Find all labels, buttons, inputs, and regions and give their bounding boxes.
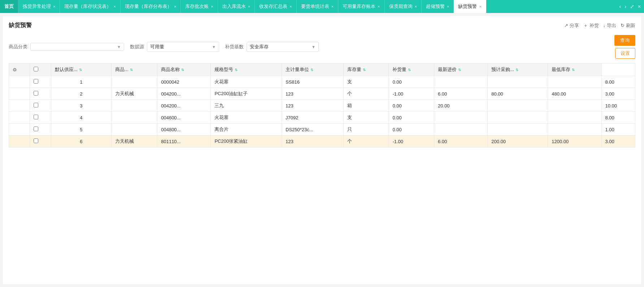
cell-checkbox[interactable]: [30, 88, 51, 100]
th-min_stock[interactable]: 最低库存⇅: [548, 63, 601, 76]
cell-replenish_qty: [434, 76, 487, 88]
filter-row: 商品分类 ▼ 数据源 可用量 ▼ 补货基数 安全库存 ▼ 查询 设置: [9, 35, 635, 59]
cell-replenish_qty: [434, 124, 487, 136]
tab-next-icon[interactable]: ›: [623, 0, 628, 13]
tab-缺货预警[interactable]: 缺货预警×: [454, 0, 486, 13]
share-button[interactable]: ↗ 分享: [564, 22, 579, 29]
row-checkbox[interactable]: [34, 91, 38, 96]
cell-stock: -1.00: [389, 136, 434, 147]
cell-latest_price: [488, 124, 548, 136]
tab-closeall-icon[interactable]: ×: [636, 0, 643, 13]
tab-close-icon[interactable]: ×: [415, 4, 417, 9]
category-label: 商品分类: [9, 44, 27, 50]
gear-icon[interactable]: ⚙: [13, 67, 17, 72]
cell-checkbox[interactable]: [30, 124, 51, 136]
tab-收发存汇总表[interactable]: 收发存汇总表×: [255, 0, 296, 13]
cell-gear: [9, 124, 30, 136]
tab-close-icon[interactable]: ×: [331, 4, 334, 9]
tab-出入库流水[interactable]: 出入库流水×: [218, 0, 255, 13]
cell-gear: [9, 100, 30, 112]
th-product_code[interactable]: 商品...⇅: [111, 63, 157, 76]
row-checkbox[interactable]: [34, 103, 38, 107]
table-row: 6力天机械801110...PC200张紧油缸123个-1.006.00200.…: [9, 136, 635, 147]
data-table: ⚙默认供应...⇅商品...⇅商品名称⇅规格型号⇅主计量单位⇅库存量⇅补货量⇅最…: [9, 63, 635, 147]
th-unit[interactable]: 主计量单位⇅: [282, 63, 344, 76]
th-stock[interactable]: 库存量⇅: [343, 63, 389, 76]
main-content: 缺货预警 ↗ 分享 ＋ 补货 ↓ 导出 ↻ 刷新 商品分类: [3, 16, 641, 284]
row-checkbox[interactable]: [34, 115, 38, 119]
header-actions: ↗ 分享 ＋ 补货 ↓ 导出 ↻ 刷新: [564, 22, 636, 29]
cell-checkbox[interactable]: [30, 100, 51, 112]
row-checkbox[interactable]: [34, 138, 38, 143]
tab-close-icon[interactable]: ×: [248, 4, 250, 9]
tab-close-icon[interactable]: ×: [113, 4, 116, 9]
th-estimated_purchase[interactable]: 预计采购...⇅: [488, 63, 548, 76]
tab-要货单统计表[interactable]: 要货单统计表×: [297, 0, 338, 13]
cell-default_supplier: [111, 124, 157, 136]
cell-estimated_purchase: 480.00: [548, 88, 601, 100]
sort-icon-estimated_purchase: ⇅: [515, 68, 518, 72]
tab-现存量（库存状况表）[interactable]: 现存量（库存状况表）×: [60, 0, 120, 13]
sort-icon-default_supplier: ⇅: [79, 68, 82, 72]
cell-stock: -1.00: [389, 88, 434, 100]
tab-现存量（库存分布表）[interactable]: 现存量（库存分布表）×: [121, 0, 181, 13]
tab-close-icon[interactable]: ×: [211, 4, 213, 9]
tab-首页[interactable]: 首页: [0, 0, 18, 13]
tab-拣货异常处理[interactable]: 拣货异常处理×: [18, 0, 60, 13]
row-checkbox[interactable]: [34, 79, 38, 84]
row-checkbox[interactable]: [34, 127, 38, 131]
cell-unit: 支: [343, 112, 389, 124]
cell-estimated_purchase: [548, 76, 601, 88]
cell-gear: [9, 112, 30, 124]
cell-latest_price: 80.00: [488, 88, 548, 100]
tab-close-icon[interactable]: ×: [479, 4, 481, 9]
cell-latest_price: [488, 100, 548, 112]
cell-estimated_purchase: [548, 124, 601, 136]
col-label-estimated_purchase: 预计采购...: [491, 66, 514, 73]
tab-保质期查询[interactable]: 保质期查询×: [385, 0, 422, 13]
datasource-select[interactable]: 可用量 ▼: [147, 42, 219, 52]
cell-min_stock: 8.00: [601, 76, 635, 88]
export-button[interactable]: ↓ 导出: [603, 22, 617, 29]
tab-库存批次账[interactable]: 库存批次账×: [181, 0, 218, 13]
cell-num: 3: [51, 100, 111, 112]
refresh-button[interactable]: ↻ 刷新: [621, 22, 635, 29]
tab-restore-icon[interactable]: ⤢: [628, 0, 636, 13]
th-checkbox: [30, 63, 51, 76]
tab-可用量库存账本[interactable]: 可用量库存账本×: [338, 0, 384, 13]
replenish-button[interactable]: ＋ 补货: [583, 22, 599, 29]
cell-default_supplier: [111, 100, 157, 112]
page-title: 缺货预警: [9, 22, 32, 29]
filter-right: 查询 设置: [614, 35, 635, 59]
cell-unit: 个: [343, 136, 389, 147]
table-row: 4004600...火花塞J7092支0.008.00: [9, 112, 635, 124]
th-latest_price[interactable]: 最新进价⇅: [434, 63, 487, 76]
cell-product_code: 0000042: [157, 76, 211, 88]
category-filter: 商品分类 ▼: [9, 43, 124, 51]
replenish-select[interactable]: 安全库存 ▼: [247, 42, 319, 52]
share-icon: ↗: [564, 23, 568, 28]
col-label-product_name: 商品名称: [161, 66, 180, 73]
th-product_name[interactable]: 商品名称⇅: [157, 63, 211, 76]
cell-checkbox[interactable]: [30, 136, 51, 147]
cell-checkbox[interactable]: [30, 76, 51, 88]
sort-icon-min_stock: ⇅: [572, 68, 575, 72]
settings-button[interactable]: 设置: [615, 48, 635, 59]
th-default_supplier[interactable]: 默认供应...⇅: [51, 63, 111, 76]
cell-product_name: 离合片: [211, 124, 282, 136]
table-row: 2力天机械004200...PC200油缸缸子123个-1.006.0080.0…: [9, 88, 635, 100]
cell-checkbox[interactable]: [30, 112, 51, 124]
tab-close-icon[interactable]: ×: [53, 4, 55, 9]
th-spec[interactable]: 规格型号⇅: [211, 63, 282, 76]
tab-close-icon[interactable]: ×: [174, 4, 176, 9]
tab-close-icon[interactable]: ×: [447, 4, 449, 9]
tab-close-icon[interactable]: ×: [290, 4, 292, 9]
query-button[interactable]: 查询: [614, 35, 635, 46]
select-all-checkbox[interactable]: [34, 67, 38, 71]
tab-close-icon[interactable]: ×: [378, 4, 380, 9]
replenish-label: 补货基数: [225, 44, 244, 50]
tab-超储预警[interactable]: 超储预警×: [422, 0, 454, 13]
th-replenish_qty[interactable]: 补货量⇅: [389, 63, 434, 76]
tab-prev-icon[interactable]: ‹: [617, 0, 623, 13]
category-select[interactable]: ▼: [30, 43, 124, 51]
